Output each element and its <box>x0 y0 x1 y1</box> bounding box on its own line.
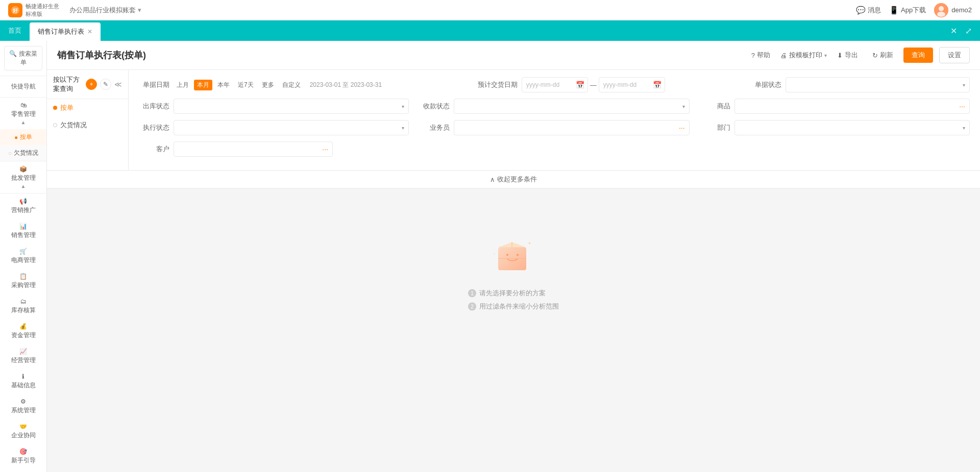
delivery-date-start[interactable]: yyyy-mm-dd 📅 <box>522 77 588 92</box>
query-button[interactable]: 查询 <box>903 48 933 63</box>
sidebar-item-ecommerce[interactable]: 🛒 电商管理 <box>0 244 46 269</box>
outstock-select[interactable]: ▾ <box>174 99 409 114</box>
customer-picker-icon: ··· <box>322 145 328 153</box>
sidebar-item-sales[interactable]: 📊 销售管理 <box>0 219 46 244</box>
collapse-icon: ∧ <box>490 176 495 183</box>
sidebar: 🔍 搜索菜单 快捷导航 🛍 零售管理 ▲ ● 按单 ○ 欠货情况 <box>0 41 47 472</box>
page-actions: ? 帮助 🖨 按模板打印 ▾ ⬇ 导出 ↻ 刷新 查询 设置 <box>747 47 970 63</box>
date-btn-custom[interactable]: 自定义 <box>279 80 304 90</box>
sidebar-group-retail: 🛍 零售管理 ▲ ● 按单 ○ 欠货情况 <box>0 98 46 161</box>
finance-icon: 💰 <box>19 323 27 330</box>
search-menu-button[interactable]: 🔍 搜索菜单 <box>4 46 42 70</box>
add-scheme-button[interactable]: + <box>86 79 97 90</box>
debt-dot: ○ <box>8 150 12 157</box>
sidebar-item-purchase[interactable]: 📋 采购管理 <box>0 269 46 294</box>
message-icon: 💬 <box>856 6 866 15</box>
filter-field-department: 部门 ▾ <box>700 120 970 135</box>
collapse-sidebar-button[interactable]: ≪ <box>114 80 122 88</box>
filter-sidebar: 按以下方案查询 + ✎ ≪ 按单 <box>47 70 129 170</box>
sidebar-item-marketing[interactable]: 📢 营销推广 <box>0 194 46 219</box>
delivery-date-end[interactable]: yyyy-mm-dd 📅 <box>599 77 665 92</box>
logo-area: 好 畅捷通好生意 标准版 <box>8 3 59 17</box>
filter-sidebar-actions: + ✎ ≪ <box>86 79 122 90</box>
finance-label: 资金管理 <box>11 331 36 340</box>
salesperson-label: 业务员 <box>419 123 450 132</box>
salesperson-picker-icon: ··· <box>679 124 685 132</box>
scheme-item-checkout[interactable]: 按单 <box>47 99 128 116</box>
app-download-button[interactable]: 📱 App下载 <box>889 6 926 15</box>
export-icon: ⬇ <box>837 52 843 59</box>
exec-status-select[interactable]: ▾ <box>174 120 409 135</box>
message-button[interactable]: 💬 消息 <box>856 6 881 15</box>
sidebar-item-basic[interactable]: ℹ 基础信息 <box>0 369 46 394</box>
filter-field-salesperson: 业务员 ··· <box>419 120 689 135</box>
sidebar-group-wholesale: 📦 批发管理 ▲ <box>0 161 46 194</box>
tab-home[interactable]: 首页 <box>0 20 30 41</box>
user-menu[interactable]: demo2 <box>934 3 972 17</box>
date-btn-this-year[interactable]: 本年 <box>214 80 233 90</box>
scheme-dot-empty <box>53 123 57 127</box>
breadcrumb-arrow[interactable]: ▾ <box>138 6 141 14</box>
sidebar-item-retail[interactable]: 🛍 零售管理 ▲ <box>0 98 46 129</box>
product-picker-icon: ··· <box>959 102 965 110</box>
tip-num-1: 1 <box>468 289 476 297</box>
svg-point-10 <box>506 254 508 256</box>
payment-select[interactable]: ▾ <box>454 99 689 114</box>
tip-text-2: 用过滤条件来缩小分析范围 <box>479 302 559 311</box>
sidebar-search-area: 🔍 搜索菜单 <box>0 41 46 76</box>
tab-close-all-button[interactable]: ✕ <box>948 24 959 38</box>
filter-row-3: 执行状态 ▾ 业务员 ··· 部门 <box>139 120 970 135</box>
calendar-end-icon[interactable]: 📅 <box>653 81 662 89</box>
sidebar-item-operations[interactable]: 📈 经营管理 <box>0 344 46 369</box>
inventory-icon: 🗂 <box>20 298 27 305</box>
svg-point-4 <box>937 12 945 17</box>
export-button[interactable]: ⬇ 导出 <box>833 49 862 62</box>
delivery-date-label: 预计交货日期 <box>478 80 518 89</box>
help-button[interactable]: ? 帮助 <box>747 49 774 62</box>
filter-row-1: 单据日期 上月 本月 本年 近7天 更多 自定义 2023-03-01 至 20… <box>139 77 970 92</box>
sidebar-item-inventory[interactable]: 🗂 库存核算 <box>0 294 46 319</box>
date-btn-prev-month[interactable]: 上月 <box>174 80 192 90</box>
sidebar-sub-item-checkout[interactable]: ● 按单 <box>0 129 46 145</box>
edit-scheme-button[interactable]: ✎ <box>100 79 111 90</box>
print-button[interactable]: 🖨 按模板打印 ▾ <box>780 51 827 60</box>
product-label: 商品 <box>700 102 730 111</box>
filter-field-outstock: 出库状态 ▾ <box>139 99 409 114</box>
scheme-item-debt[interactable]: 欠货情况 <box>47 116 128 134</box>
department-select[interactable]: ▾ <box>734 120 970 135</box>
tab-expand-button[interactable]: ⤢ <box>963 24 974 38</box>
sidebar-item-wholesale[interactable]: 📦 批发管理 ▲ <box>0 161 46 193</box>
collapse-bar[interactable]: ∧ 收起更多条件 <box>47 171 980 188</box>
page-title: 销售订单执行表(按单) <box>57 49 146 61</box>
tab-close-icon[interactable]: ✕ <box>87 28 92 35</box>
sidebar-item-enterprise[interactable]: 🤝 企业协同 <box>0 419 46 444</box>
filter-field-customer: 客户 ··· <box>139 141 333 157</box>
sidebar-item-appstore[interactable]: 📱 应用中心 <box>0 469 46 472</box>
doc-status-select[interactable]: ▾ <box>786 77 970 92</box>
salesperson-picker[interactable]: ··· <box>454 120 689 135</box>
scheme-dot-active <box>53 106 57 110</box>
breadcrumb-text: 办公用品行业模拟账套 <box>69 6 136 15</box>
filter-field-payment: 收款状态 ▾ <box>419 99 689 114</box>
page-header: 销售订单执行表(按单) ? 帮助 🖨 按模板打印 ▾ ⬇ 导出 ↻ 刷新 <box>47 41 980 70</box>
department-label: 部门 <box>700 123 730 132</box>
sidebar-item-system[interactable]: ⚙ 系统管理 <box>0 394 46 419</box>
sidebar-item-newbie[interactable]: 🎯 新手引导 <box>0 444 46 469</box>
filter-form: 单据日期 上月 本月 本年 近7天 更多 自定义 2023-03-01 至 20… <box>129 70 980 170</box>
sidebar-sub-item-debt[interactable]: ○ 欠货情况 <box>0 145 46 161</box>
sidebar-item-finance[interactable]: 💰 资金管理 <box>0 319 46 344</box>
customer-picker[interactable]: ··· <box>174 141 333 157</box>
logo-text: 畅捷通好生意 标准版 <box>26 3 59 17</box>
empty-state: ✦ ✦ 1 请先选择要分析的方案 2 用过滤条件来缩小分析范围 <box>47 188 980 352</box>
print-arrow: ▾ <box>824 53 827 58</box>
date-btn-this-month[interactable]: 本月 <box>194 80 212 90</box>
product-picker[interactable]: ··· <box>734 99 970 114</box>
calendar-start-icon[interactable]: 📅 <box>576 81 584 89</box>
settings-button[interactable]: 设置 <box>939 47 970 63</box>
refresh-button[interactable]: ↻ 刷新 <box>868 49 897 62</box>
date-btn-more[interactable]: 更多 <box>259 80 277 90</box>
basic-icon: ℹ <box>22 373 24 380</box>
date-btn-7days[interactable]: 近7天 <box>235 80 257 90</box>
tab-sales-order[interactable]: 销售订单执行表 ✕ <box>30 22 101 41</box>
filter-field-exec-status: 执行状态 ▾ <box>139 120 409 135</box>
